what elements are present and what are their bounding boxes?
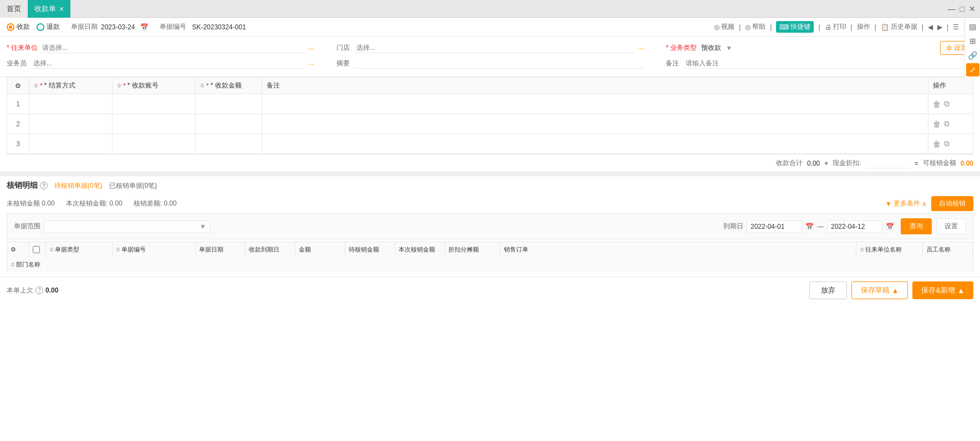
help-action[interactable]: ◎ 帮助 (745, 22, 765, 32)
sort-up-icon (200, 83, 205, 85)
settlement-sort[interactable] (34, 83, 38, 88)
sidebar-grid-icon[interactable]: ⊞ (966, 34, 979, 48)
partner-input[interactable] (40, 43, 305, 53)
partner-sort[interactable] (860, 247, 864, 252)
radio-refund[interactable]: 退款 (37, 22, 60, 32)
amount-label: * 收款金额 (211, 81, 242, 90)
row-notes-3[interactable] (262, 134, 928, 153)
row-amount-1[interactable] (196, 94, 262, 114)
minimize-icon[interactable]: — (948, 4, 956, 13)
video-action[interactable]: ◎ 视频 (714, 22, 734, 32)
delete-icon-3[interactable]: 🗑 (933, 140, 941, 148)
close-icon[interactable]: ✕ (969, 4, 976, 13)
save-draft-arrow-icon[interactable]: ▲ (892, 286, 899, 295)
btable-number: 单据编号 (113, 242, 196, 257)
amount-sort[interactable] (200, 83, 205, 88)
copy-icon-1[interactable]: ⧉ (944, 99, 950, 109)
date-to-input[interactable] (827, 221, 882, 233)
abandon-button[interactable]: 放弃 (809, 281, 847, 299)
actions-col-label: 操作 (933, 81, 946, 90)
save-draft-button[interactable]: 保存草稿 ▲ (851, 281, 908, 299)
operations-action[interactable]: 操作 (857, 22, 870, 32)
save-new-arrow-icon[interactable]: ▲ (957, 286, 964, 295)
bottom-actions: 放弃 保存草稿 ▲ 保存&新增 ▲ (809, 281, 973, 299)
row-number-3: 3 (7, 134, 29, 153)
bottom-info: 本单上欠 ? 0.00 (7, 286, 58, 295)
partner-more-icon[interactable]: ··· (308, 44, 314, 53)
calendar-from-icon[interactable]: 📅 (805, 223, 814, 230)
nav-prev-icon[interactable]: ◀ (928, 23, 933, 31)
salesperson-input[interactable] (31, 58, 305, 69)
date-from-input[interactable] (747, 221, 802, 233)
auto-verify-button[interactable]: 自动核销 (931, 196, 973, 211)
copy-icon-2[interactable]: ⧉ (944, 119, 950, 129)
keyboard-icon: ⌨ (779, 23, 789, 31)
print-label: 打印 (833, 22, 846, 32)
sidebar-expand-icon[interactable]: ⤢ (966, 63, 979, 76)
history-action[interactable]: 📋 历史单据 (881, 22, 917, 32)
notes-col-label: 备注 (267, 81, 280, 90)
type-sort[interactable] (49, 247, 54, 252)
row-notes-2[interactable] (262, 114, 928, 134)
more-conditions-btn[interactable]: ▼ 更多条件 ∧ (885, 199, 927, 208)
radio-receipt[interactable]: 收款 (7, 22, 30, 32)
btable-pending: 待核销金额 (345, 242, 395, 257)
sidebar-table-icon[interactable]: ▤ (966, 20, 979, 33)
history-icon: 📋 (881, 23, 889, 31)
row-settlement-2[interactable] (29, 114, 113, 134)
store-more-icon[interactable]: ··· (637, 44, 644, 53)
summary-input[interactable] (354, 58, 644, 69)
row-account-2[interactable] (113, 114, 196, 134)
calendar-icon[interactable]: 📅 (140, 23, 149, 31)
range-select[interactable]: ▼ (44, 221, 210, 233)
table-header-gear[interactable]: ⚙ (7, 78, 29, 94)
print-action[interactable]: 🖨 打印 (825, 22, 846, 32)
salesperson-more-icon[interactable]: ··· (308, 59, 314, 68)
operations-label: 操作 (857, 22, 870, 32)
btable-gear[interactable]: ⚙ (7, 242, 29, 257)
save-new-button[interactable]: 保存&新增 ▲ (912, 281, 973, 299)
select-all-checkbox[interactable] (33, 246, 40, 253)
row-settlement-1[interactable] (29, 94, 113, 114)
discount-input[interactable] (866, 158, 910, 168)
tab-home[interactable]: 首页 (0, 0, 28, 18)
date-filter: 到期日 📅 — 📅 (723, 221, 894, 233)
maximize-icon[interactable]: □ (960, 4, 964, 13)
verify-info-icon[interactable]: ? (40, 182, 48, 189)
sidebar-link-icon[interactable]: 🔗 (966, 49, 979, 62)
btable-checkbox[interactable] (29, 242, 46, 257)
list-view-icon[interactable]: ☰ (953, 23, 959, 31)
table-row: 1 🗑 ⧉ (7, 94, 973, 114)
row-amount-2[interactable] (196, 114, 262, 134)
notes-field: 备注 (666, 58, 973, 69)
total-value: 0.00 (807, 160, 820, 167)
calendar-to-icon[interactable]: 📅 (886, 223, 894, 230)
tab-receipt[interactable]: 收款单 × (28, 0, 70, 18)
account-sort[interactable] (117, 83, 121, 88)
pending-tab[interactable]: 待核销单据(0笔) (54, 181, 103, 191)
biz-type-select[interactable]: 预收款 ▼ (699, 42, 936, 54)
dept-sort[interactable] (11, 262, 15, 267)
filter-settings-button[interactable]: 设置 (936, 218, 966, 234)
delete-icon-1[interactable]: 🗑 (933, 100, 941, 109)
amount-col-label: 金额 (299, 245, 311, 254)
done-tab[interactable]: 已核销单据(0笔) (109, 181, 157, 191)
row-amount-3[interactable] (196, 134, 262, 153)
nav-next-icon[interactable]: ▶ (937, 23, 942, 31)
row-notes-1[interactable] (262, 94, 928, 114)
copy-icon-3[interactable]: ⧉ (944, 139, 950, 148)
store-input[interactable] (354, 43, 635, 53)
row-account-1[interactable] (113, 94, 196, 114)
btable-order: 销售订单 (501, 242, 856, 257)
number-sort[interactable] (116, 247, 120, 252)
delete-icon-2[interactable]: 🗑 (933, 120, 941, 129)
row-account-3[interactable] (113, 134, 196, 153)
employee-col-label: 员工名称 (926, 245, 951, 254)
notes-input[interactable] (683, 58, 973, 69)
row-settlement-3[interactable] (29, 134, 113, 153)
tab-close-icon[interactable]: × (59, 4, 64, 13)
query-button[interactable]: 查询 (901, 218, 932, 234)
shortcut-action[interactable]: ⌨ 快捷键 (776, 21, 814, 33)
filter-row: 单据范围 ▼ 到期日 📅 — 📅 查询 设置 (7, 213, 973, 239)
bottom-info-icon[interactable]: ? (35, 286, 43, 294)
